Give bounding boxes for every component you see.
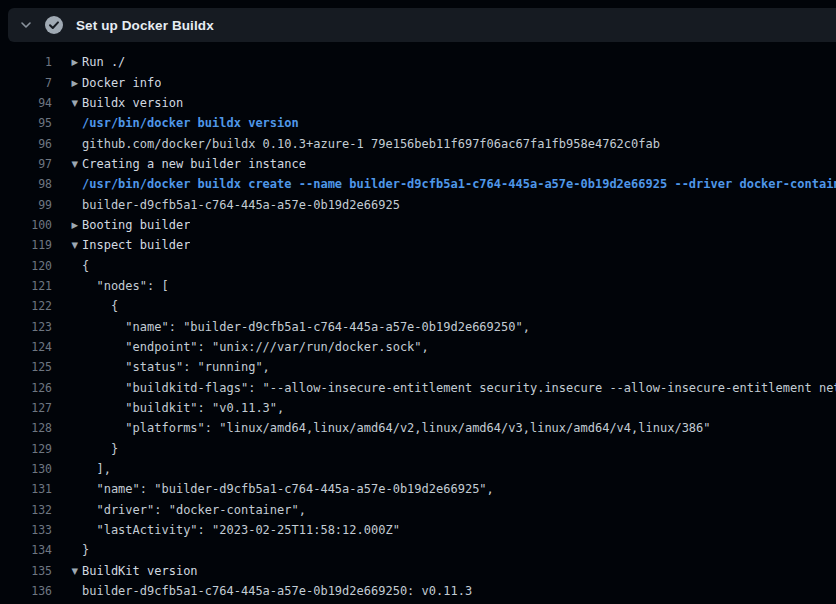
command-text: /usr/bin/docker buildx create --name bui… [82, 177, 836, 191]
group-expanded-icon[interactable]: ▼ [52, 98, 82, 108]
line-number-link[interactable]: 98 [0, 177, 52, 191]
group-collapsed-icon[interactable]: ▶ [52, 220, 82, 230]
group-expanded-icon[interactable]: ▼ [52, 159, 82, 169]
output-text: "lastActivity": "2023-02-25T11:58:12.000… [82, 523, 400, 537]
log-area: 1▶Run ./7▶Docker info94▼Buildx version95… [0, 42, 836, 604]
log-line: 94▼Buildx version [0, 93, 836, 113]
log-line: 124 "endpoint": "unix:///var/run/docker.… [0, 337, 836, 357]
line-number-link[interactable]: 96 [0, 137, 52, 151]
command-text: /usr/bin/docker buildx version [82, 116, 299, 130]
log-line: 121 "nodes": [ [0, 276, 836, 296]
output-text: "buildkitd-flags": "--allow-insecure-ent… [82, 381, 836, 395]
line-number-link[interactable]: 99 [0, 198, 52, 212]
output-text: "buildkit": "v0.11.3", [82, 401, 284, 415]
line-number-link[interactable]: 129 [0, 442, 52, 456]
line-number-link[interactable]: 122 [0, 299, 52, 313]
log-line: 100▶Booting builder [0, 215, 836, 235]
line-number-link[interactable]: 125 [0, 360, 52, 374]
log-line: 129 } [0, 439, 836, 459]
line-number-link[interactable]: 135 [0, 564, 52, 578]
line-number-link[interactable]: 100 [0, 218, 52, 232]
line-number-link[interactable]: 133 [0, 523, 52, 537]
step-title: Set up Docker Buildx [76, 18, 214, 33]
line-number-link[interactable]: 128 [0, 421, 52, 435]
line-number-link[interactable]: 120 [0, 259, 52, 273]
line-number-link[interactable]: 124 [0, 340, 52, 354]
output-text: { [82, 259, 89, 273]
line-number-link[interactable]: 130 [0, 462, 52, 476]
log-lines: 1▶Run ./7▶Docker info94▼Buildx version95… [0, 52, 836, 601]
step-success-check-icon [44, 15, 64, 35]
line-number-link[interactable]: 1 [0, 55, 52, 69]
actions-log-viewer: Set up Docker Buildx 1▶Run ./7▶Docker in… [0, 0, 836, 604]
line-number-link[interactable]: 95 [0, 116, 52, 130]
group-title[interactable]: Inspect builder [82, 238, 190, 252]
chevron-down-icon[interactable] [18, 17, 34, 33]
output-text: ], [82, 462, 111, 476]
group-title[interactable]: Buildx version [82, 96, 183, 110]
log-line: 134} [0, 540, 836, 560]
log-line: 136builder-d9cfb5a1-c764-445a-a57e-0b19d… [0, 581, 836, 601]
log-line: 135▼BuildKit version [0, 561, 836, 581]
group-title[interactable]: BuildKit version [82, 564, 198, 578]
group-expanded-icon[interactable]: ▼ [52, 566, 82, 576]
group-title[interactable]: Creating a new builder instance [82, 157, 306, 171]
log-line: 97▼Creating a new builder instance [0, 154, 836, 174]
log-line: 122 { [0, 296, 836, 316]
group-title[interactable]: Docker info [82, 76, 161, 90]
line-number-link[interactable]: 127 [0, 401, 52, 415]
output-text: } [82, 543, 89, 557]
output-text: "nodes": [ [82, 279, 169, 293]
line-number-link[interactable]: 126 [0, 381, 52, 395]
log-line: 98/usr/bin/docker buildx create --name b… [0, 174, 836, 194]
log-line: 99builder-d9cfb5a1-c764-445a-a57e-0b19d2… [0, 194, 836, 214]
log-line: 130 ], [0, 459, 836, 479]
output-text: builder-d9cfb5a1-c764-445a-a57e-0b19d2e6… [82, 198, 400, 212]
log-line: 1▶Run ./ [0, 52, 836, 72]
log-line: 123 "name": "builder-d9cfb5a1-c764-445a-… [0, 316, 836, 336]
group-collapsed-icon[interactable]: ▶ [52, 78, 82, 88]
log-line: 119▼Inspect builder [0, 235, 836, 255]
step-header[interactable]: Set up Docker Buildx [8, 8, 836, 42]
log-line: 120{ [0, 255, 836, 275]
line-number-link[interactable]: 132 [0, 503, 52, 517]
group-title[interactable]: Run ./ [82, 55, 125, 69]
line-number-link[interactable]: 131 [0, 482, 52, 496]
log-line: 132 "driver": "docker-container", [0, 500, 836, 520]
output-text: github.com/docker/buildx 0.10.3+azure-1 … [82, 137, 660, 151]
output-text: "name": "builder-d9cfb5a1-c764-445a-a57e… [82, 482, 494, 496]
log-line: 128 "platforms": "linux/amd64,linux/amd6… [0, 418, 836, 438]
output-text: "endpoint": "unix:///var/run/docker.sock… [82, 340, 429, 354]
log-line: 133 "lastActivity": "2023-02-25T11:58:12… [0, 520, 836, 540]
output-text: "status": "running", [82, 360, 270, 374]
line-number-link[interactable]: 134 [0, 543, 52, 557]
line-number-link[interactable]: 94 [0, 96, 52, 110]
line-number-link[interactable]: 123 [0, 320, 52, 334]
log-line: 7▶Docker info [0, 72, 836, 92]
output-text: "name": "builder-d9cfb5a1-c764-445a-a57e… [82, 320, 530, 334]
line-number-link[interactable]: 7 [0, 76, 52, 90]
line-number-link[interactable]: 136 [0, 584, 52, 598]
group-title[interactable]: Booting builder [82, 218, 190, 232]
log-line: 125 "status": "running", [0, 357, 836, 377]
output-text: builder-d9cfb5a1-c764-445a-a57e-0b19d2e6… [82, 584, 472, 598]
output-text: "driver": "docker-container", [82, 503, 306, 517]
log-line: 127 "buildkit": "v0.11.3", [0, 398, 836, 418]
log-line: 95/usr/bin/docker buildx version [0, 113, 836, 133]
group-collapsed-icon[interactable]: ▶ [52, 57, 82, 67]
output-text: "platforms": "linux/amd64,linux/amd64/v2… [82, 421, 711, 435]
line-number-link[interactable]: 119 [0, 238, 52, 252]
log-line: 131 "name": "builder-d9cfb5a1-c764-445a-… [0, 479, 836, 499]
output-text: } [82, 442, 118, 456]
log-line: 126 "buildkitd-flags": "--allow-insecure… [0, 378, 836, 398]
log-line: 96github.com/docker/buildx 0.10.3+azure-… [0, 133, 836, 153]
line-number-link[interactable]: 121 [0, 279, 52, 293]
output-text: { [82, 299, 118, 313]
line-number-link[interactable]: 97 [0, 157, 52, 171]
group-expanded-icon[interactable]: ▼ [52, 240, 82, 250]
